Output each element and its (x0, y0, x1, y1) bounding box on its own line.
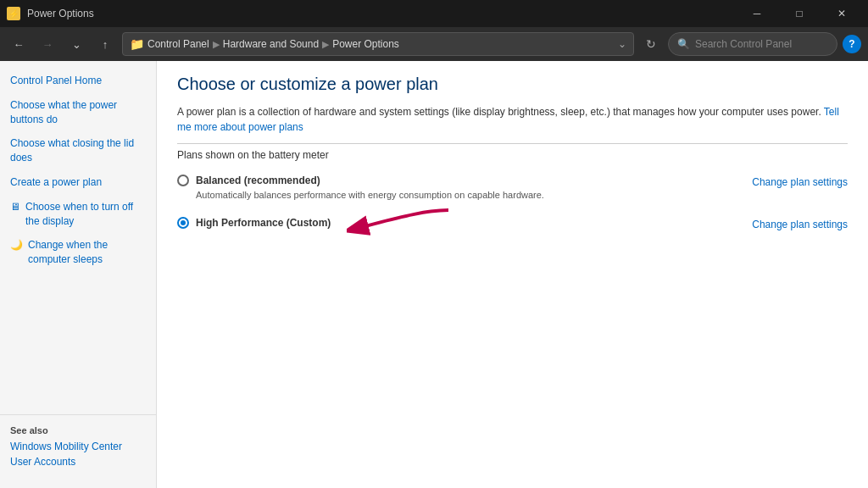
see-also-mobility-center[interactable]: Windows Mobility Center (10, 441, 146, 452)
plan-item-high-performance: High Performance (Custom) Change plan se… (177, 212, 848, 236)
see-also-label: See also (10, 425, 146, 435)
section-divider (177, 143, 848, 144)
plan-high-perf-left: High Performance (Custom) (177, 217, 331, 229)
plan-balanced-name: Balanced (recommended) (196, 175, 320, 186)
sidebar-label-power-buttons: Choose what the power buttons do (10, 98, 146, 127)
main-layout: Control Panel Home Choose what the power… (0, 61, 868, 488)
breadcrumb-hardware-sound[interactable]: Hardware and Sound (223, 38, 319, 50)
close-button[interactable]: ✕ (822, 0, 861, 27)
address-chevron-icon[interactable]: ⌄ (618, 38, 626, 50)
sidebar-label-sleep: Change when the computer sleeps (28, 238, 146, 267)
moon-icon: 🌙 (10, 238, 23, 252)
page-title: Choose or customize a power plan (177, 75, 848, 94)
search-icon: 🔍 (677, 38, 690, 50)
change-plan-settings-balanced[interactable]: Change plan settings (752, 175, 848, 188)
refresh-button[interactable]: ↻ (639, 32, 663, 56)
sidebar-item-create-plan[interactable]: Create a power plan (10, 173, 146, 192)
search-placeholder: Search Control Panel (695, 38, 792, 50)
plan-item-balanced: Balanced (recommended) Automatically bal… (177, 169, 848, 205)
plan-balanced-left: Balanced (recommended) Automatically bal… (177, 175, 544, 200)
plan-balanced-header: Balanced (recommended) (177, 175, 544, 186)
up-button[interactable]: ↑ (93, 32, 117, 56)
sidebar-label-closing-lid: Choose what closing the lid does (10, 136, 146, 165)
annotation-arrow (347, 203, 457, 246)
back-button[interactable]: ← (7, 32, 31, 56)
address-icon: 📁 (130, 37, 144, 51)
breadcrumb: Control Panel ▶ Hardware and Sound ▶ Pow… (147, 38, 399, 50)
sidebar-item-turn-off-display[interactable]: 🖥 Choose when to turn off the display (10, 197, 146, 231)
sidebar-item-sleep[interactable]: 🌙 Change when the computer sleeps (10, 236, 146, 269)
sidebar-label-create-plan: Create a power plan (10, 175, 102, 190)
plan-balanced-desc: Automatically balances performance with … (196, 190, 544, 200)
minimize-button[interactable]: ─ (737, 0, 776, 27)
maximize-button[interactable]: □ (780, 0, 819, 27)
monitor-icon: 🖥 (10, 200, 20, 214)
sidebar-label-control-panel-home: Control Panel Home (10, 74, 102, 88)
change-plan-settings-high-performance[interactable]: Change plan settings (752, 217, 848, 230)
sidebar-see-also: See also Windows Mobility Center User Ac… (0, 414, 156, 478)
recent-locations-button[interactable]: ⌄ (64, 32, 88, 56)
titlebar: ⚡ Power Options ─ □ ✕ (0, 0, 868, 27)
sidebar-item-closing-lid[interactable]: Choose what closing the lid does (10, 134, 146, 168)
window-controls: ─ □ ✕ (737, 0, 861, 27)
see-also-user-accounts[interactable]: User Accounts (10, 456, 146, 468)
radio-high-performance[interactable] (177, 217, 189, 229)
plans-section-label: Plans shown on the battery meter (177, 149, 848, 161)
window-title: Power Options (27, 8, 731, 19)
sidebar-nav: Control Panel Home Choose what the power… (0, 71, 156, 274)
help-button[interactable]: ? (843, 35, 861, 53)
address-field[interactable]: 📁 Control Panel ▶ Hardware and Sound ▶ P… (122, 32, 634, 56)
sidebar-item-control-panel-home[interactable]: Control Panel Home (10, 71, 146, 91)
page-description: A power plan is a collection of hardware… (177, 104, 848, 135)
sidebar-label-turn-off-display: Choose when to turn off the display (25, 200, 146, 229)
sidebar: Control Panel Home Choose what the power… (0, 61, 157, 488)
search-box[interactable]: 🔍 Search Control Panel (668, 32, 837, 56)
breadcrumb-power-options[interactable]: Power Options (332, 38, 399, 50)
breadcrumb-control-panel[interactable]: Control Panel (147, 38, 209, 50)
plan-high-perf-name: High Performance (Custom) (196, 217, 331, 229)
forward-button[interactable]: → (36, 32, 59, 56)
app-icon: ⚡ (7, 7, 20, 20)
plan-high-perf-header: High Performance (Custom) (177, 217, 331, 229)
sidebar-item-power-buttons[interactable]: Choose what the power buttons do (10, 96, 146, 130)
content-area: Choose or customize a power plan A power… (157, 61, 868, 488)
addressbar: ← → ⌄ ↑ 📁 Control Panel ▶ Hardware and S… (0, 27, 868, 61)
radio-balanced[interactable] (177, 175, 189, 186)
